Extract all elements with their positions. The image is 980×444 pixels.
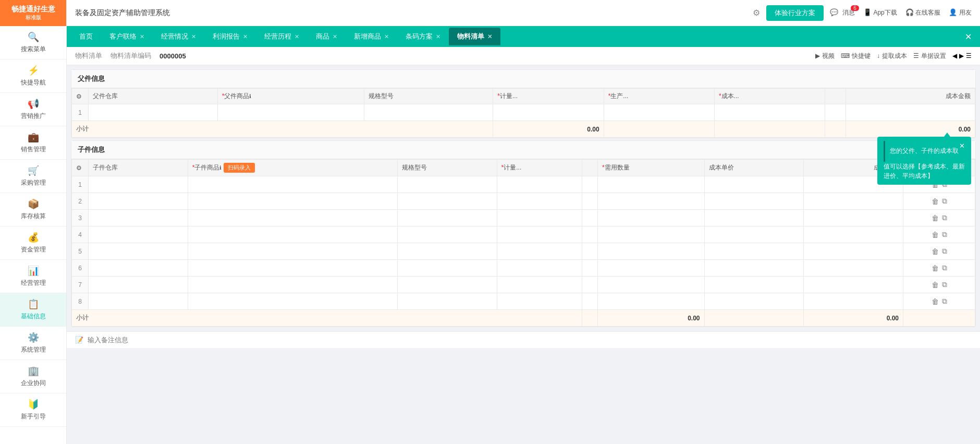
child-spec-cell[interactable] bbox=[397, 193, 497, 210]
child-product-cell[interactable] bbox=[188, 243, 397, 260]
copy-icon[interactable]: ⧉ bbox=[942, 280, 947, 289]
sidebar-item-inventory[interactable]: 📦 库存核算 bbox=[0, 193, 66, 226]
child-unit-cost-cell[interactable] bbox=[704, 176, 804, 193]
child-warehouse-cell[interactable] bbox=[89, 193, 188, 210]
child-product-cell[interactable] bbox=[188, 226, 397, 243]
child-unit-cost-cell[interactable] bbox=[704, 277, 804, 293]
child-warehouse-cell[interactable] bbox=[89, 176, 188, 193]
nav-tab-新增商品[interactable]: 新增商品✕ bbox=[346, 28, 397, 45]
view-toolbar-item[interactable]: ▶ 视频 bbox=[815, 52, 835, 61]
child-qty-cell[interactable] bbox=[598, 193, 704, 210]
tab-close-icon[interactable]: ✕ bbox=[384, 33, 389, 40]
nav-tab-物料清单[interactable]: 物料清单✕ bbox=[449, 28, 500, 45]
delete-icon[interactable]: 🗑 bbox=[932, 247, 939, 256]
child-warehouse-cell[interactable] bbox=[89, 226, 188, 243]
tab-close-icon[interactable]: ✕ bbox=[243, 33, 248, 40]
single-settings-item[interactable]: ☰ 单据设置 bbox=[913, 52, 946, 61]
nav-tab-商品[interactable]: 商品✕ bbox=[308, 28, 346, 45]
copy-icon[interactable]: ⧉ bbox=[942, 297, 947, 306]
tab-close-icon[interactable]: ✕ bbox=[333, 33, 337, 40]
child-warehouse-cell[interactable] bbox=[89, 293, 188, 310]
delete-icon[interactable]: 🗑 bbox=[932, 197, 939, 206]
sidebar-item-basic[interactable]: 📋 基础信息 bbox=[0, 293, 66, 327]
child-unit-cell[interactable] bbox=[497, 226, 582, 243]
delete-icon[interactable]: 🗑 bbox=[932, 214, 939, 222]
child-unit-cell[interactable] bbox=[497, 293, 582, 310]
online-service-wrap[interactable]: 🎧 在线客服 bbox=[905, 8, 941, 17]
child-spec-cell[interactable] bbox=[397, 210, 497, 226]
note-input[interactable] bbox=[88, 336, 972, 344]
child-spec-cell[interactable] bbox=[397, 226, 497, 243]
child-qty-cell[interactable] bbox=[598, 210, 704, 226]
nav-tab-经营情况[interactable]: 经营情况✕ bbox=[153, 28, 204, 45]
child-spec-cell[interactable] bbox=[397, 176, 497, 193]
next-arrow-icon[interactable]: ▶ bbox=[959, 52, 964, 59]
child-spec-cell[interactable] bbox=[397, 293, 497, 310]
child-unit-cell[interactable] bbox=[497, 260, 582, 277]
sidebar-item-operation[interactable]: 📊 经营管理 bbox=[0, 260, 66, 293]
scan-btn[interactable]: 扫码录入 bbox=[224, 163, 255, 173]
tab-close-icon[interactable]: ✕ bbox=[436, 33, 440, 40]
child-product-cell[interactable] bbox=[188, 277, 397, 293]
child-qty-cell[interactable] bbox=[598, 293, 704, 310]
close-all-tabs-icon[interactable]: ✕ bbox=[961, 30, 976, 44]
sidebar-item-marketing[interactable]: 📢 营销推广 bbox=[0, 93, 66, 126]
child-warehouse-cell[interactable] bbox=[89, 260, 188, 277]
child-warehouse-cell[interactable] bbox=[89, 277, 188, 293]
tab-close-icon[interactable]: ✕ bbox=[140, 33, 144, 40]
shortcut-toolbar-item[interactable]: ⌨ 快捷键 bbox=[841, 52, 871, 61]
prev-arrow-icon[interactable]: ◀ bbox=[952, 52, 957, 59]
child-unit-cost-cell[interactable] bbox=[704, 243, 804, 260]
child-warehouse-cell[interactable] bbox=[89, 243, 188, 260]
sidebar-item-shortcut[interactable]: ⚡ 快捷导航 bbox=[0, 59, 66, 93]
copy-icon[interactable]: ⧉ bbox=[942, 247, 947, 256]
copy-icon[interactable]: ⧉ bbox=[942, 197, 947, 206]
child-qty-cell[interactable] bbox=[598, 277, 704, 293]
nav-tab-首页[interactable]: 首页 bbox=[71, 28, 101, 45]
child-unit-cell[interactable] bbox=[497, 277, 582, 293]
child-unit-cell[interactable] bbox=[497, 176, 582, 193]
child-product-cell[interactable] bbox=[188, 176, 397, 193]
child-qty-cell[interactable] bbox=[598, 226, 704, 243]
parent-production-cell[interactable] bbox=[604, 104, 714, 121]
nav-tab-条码方案[interactable]: 条码方案✕ bbox=[397, 28, 449, 45]
parent-unit-cell[interactable] bbox=[493, 104, 604, 121]
tab-close-icon[interactable]: ✕ bbox=[191, 33, 196, 40]
sidebar-item-search[interactable]: 🔍 搜索菜单 bbox=[0, 26, 66, 59]
child-product-cell[interactable] bbox=[188, 293, 397, 310]
parent-spec-cell[interactable] bbox=[364, 104, 493, 121]
child-warehouse-cell[interactable] bbox=[89, 210, 188, 226]
child-unit-cell[interactable] bbox=[497, 243, 582, 260]
sidebar-item-purchase[interactable]: 🛒 采购管理 bbox=[0, 160, 66, 193]
parent-product-cell[interactable] bbox=[217, 104, 364, 121]
child-spec-cell[interactable] bbox=[397, 260, 497, 277]
list-view-icon[interactable]: ☰ bbox=[966, 52, 972, 59]
parent-cost-cell[interactable] bbox=[714, 104, 825, 121]
sidebar-item-sales[interactable]: 💼 销售管理 bbox=[0, 126, 66, 160]
sidebar-item-enterprise[interactable]: 🏢 企业协同 bbox=[0, 360, 66, 393]
child-product-cell[interactable] bbox=[188, 193, 397, 210]
delete-icon[interactable]: 🗑 bbox=[932, 297, 939, 306]
nav-tab-利润报告[interactable]: 利润报告✕ bbox=[204, 28, 256, 45]
tab-close-icon[interactable]: ✕ bbox=[487, 33, 492, 40]
child-product-cell[interactable] bbox=[188, 210, 397, 226]
delete-icon[interactable]: 🗑 bbox=[932, 264, 939, 272]
delete-icon[interactable]: 🗑 bbox=[932, 231, 939, 239]
copy-icon[interactable]: ⧉ bbox=[942, 230, 947, 239]
child-unit-cost-cell[interactable] bbox=[704, 260, 804, 277]
child-unit-cost-cell[interactable] bbox=[704, 293, 804, 310]
app-download-wrap[interactable]: 📱 App下载 bbox=[863, 8, 897, 17]
child-unit-cell[interactable] bbox=[497, 210, 582, 226]
child-qty-cell[interactable] bbox=[598, 243, 704, 260]
try-btn[interactable]: 体验行业方案 bbox=[766, 5, 824, 21]
child-unit-cost-cell[interactable] bbox=[704, 210, 804, 226]
message-icon-wrap[interactable]: 💬 6 消息 bbox=[830, 8, 855, 17]
copy-icon[interactable]: ⧉ bbox=[942, 213, 947, 222]
user-wrap[interactable]: 👤 用友 bbox=[949, 8, 972, 17]
tooltip-close-btn[interactable]: ✕ bbox=[959, 141, 965, 151]
sidebar-item-finance[interactable]: 💰 资金管理 bbox=[0, 226, 66, 260]
copy-icon[interactable]: ⧉ bbox=[942, 263, 947, 272]
child-unit-cell[interactable] bbox=[497, 193, 582, 210]
nav-tab-经营历程[interactable]: 经营历程✕ bbox=[256, 28, 308, 45]
nav-tab-客户联络[interactable]: 客户联络✕ bbox=[101, 28, 153, 45]
